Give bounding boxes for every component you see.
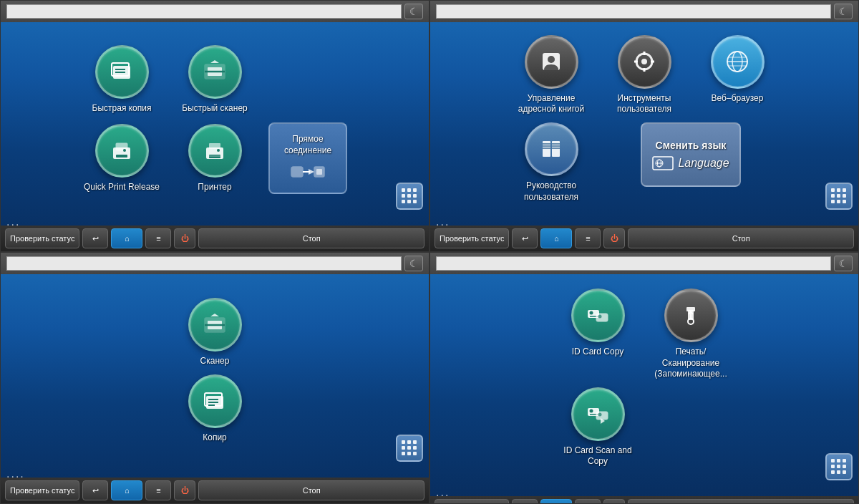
panel3-grid-dots-button[interactable] [396,435,423,462]
panel1-topbar-input[interactable]: Голубой [6,4,402,19]
panel2-home-button[interactable]: ⌂ [540,228,572,248]
copir-button[interactable]: Копир [172,374,258,444]
panel3-moon-button[interactable]: ☾ [404,256,423,271]
lang-icon [652,156,674,170]
panel2-check-status-button[interactable]: Проверить статус [435,228,509,248]
quick-print-button[interactable]: Quick Print Release [79,124,165,193]
scanner-icon [199,309,230,341]
panel2-power-button[interactable]: ⏻ [603,228,625,248]
panel1-topbar: Голубой ☾ [1,1,429,22]
panel1-home-button[interactable]: ⌂ [111,228,142,248]
panel2-grid-dots-button[interactable] [825,183,853,210]
panel3-topbar-input[interactable] [6,256,402,271]
panel3-power-button[interactable]: ⏻ [174,480,195,500]
panel1-check-status-button[interactable]: Проверить статус [5,228,79,248]
panel4-back-button[interactable]: ↩ [512,499,538,504]
panel2-back-button[interactable]: ↩ [512,228,538,248]
panel3-menu-button[interactable]: ≡ [145,480,171,500]
panel4-stop-button[interactable]: Стоп [628,499,854,504]
panel-3: ☾ Сканер [0,252,430,504]
back-icon-2: ↩ [522,234,528,243]
panel4-check-status-button[interactable]: Проверить статус [435,499,509,504]
grid-dots-icon [402,188,417,204]
svg-rect-10 [116,155,127,158]
moon-icon-2: ☾ [839,6,848,17]
panel4-grid-dots-button[interactable] [825,453,853,480]
svg-marker-7 [210,60,219,63]
quick-copy-icon-circle [95,45,149,99]
change-lang-sub-label: Language [678,156,729,171]
user-tools-button[interactable]: Инструменты пользователя [601,35,687,115]
panel2-topbar-input[interactable]: Тонер-картридж почти пуст. [436,4,831,19]
print-scan-icon-circle [664,289,718,342]
scanner-label: Сканер [200,356,230,367]
panel2-menu-button[interactable]: ≡ [575,228,601,248]
id-card-scan-copy-button[interactable]: ID Card Scan and Copy [555,387,641,467]
user-manual-button[interactable]: Руководство пользователя [508,122,594,203]
panel2-icons-area: Управление адресной книгой Инструменты п… [430,22,858,215]
address-book-icon [535,46,567,77]
power-icon-2: ⏻ [611,234,618,243]
panel4-topbar: ☾ [430,253,858,274]
change-lang-button[interactable]: Сменить язык Language [641,122,741,187]
svg-point-68 [590,410,593,413]
panel4-home-button[interactable]: ⌂ [540,499,572,504]
quick-scanner-label: Быстрый сканер [182,103,248,115]
printer-label: Принтер [198,182,231,193]
printer-button[interactable]: Принтер [172,124,258,193]
print-scan-label: Печать/Сканирование (Запоминающее... [648,346,734,380]
id-card-copy-label: ID Card Copy [572,346,624,358]
panel4-icons-grid: ID Card Copy Печать/Сканирование (Запоми… [555,281,734,479]
svg-point-57 [590,311,593,314]
panel1-moon-button[interactable]: ☾ [404,4,423,19]
web-browser-button[interactable]: Веб–браузер [694,35,780,105]
quick-scanner-button[interactable]: Быстрый сканер [172,45,258,115]
panel3-back-button[interactable]: ↩ [82,480,108,500]
quick-print-label: Quick Print Release [84,182,160,193]
quick-copy-button[interactable]: Быстрая копия [79,45,165,115]
panel3-home-button[interactable]: ⌂ [111,480,142,500]
printer-icon-circle [188,124,242,178]
panel-1: Голубой ☾ Быстрая копия [0,0,430,252]
id-card-copy-icon-circle [571,289,625,342]
svg-point-25 [641,59,647,64]
panel2-stop-button[interactable]: Стоп [628,228,854,248]
copir-label: Копир [203,432,227,444]
panel3-stop-button[interactable]: Стоп [198,480,424,500]
svg-rect-9 [116,143,127,150]
svg-rect-14 [209,155,220,158]
id-card-scan-copy-icon-circle [571,387,625,441]
address-book-button[interactable]: Управление адресной книгой [508,35,594,115]
svg-point-15 [217,149,220,152]
scanner-icon-circle [188,298,242,352]
svg-rect-21 [316,169,322,175]
print-scan-button[interactable]: Печать/Сканирование (Запоминающее... [648,289,734,380]
panel4-menu-button[interactable]: ≡ [575,499,601,504]
user-tools-label: Инструменты пользователя [601,93,687,115]
address-book-label: Управление адресной книгой [508,93,594,115]
id-card-copy-button[interactable]: ID Card Copy [555,289,641,358]
panel4-topbar-input[interactable] [436,256,831,271]
id-card-scan-copy-label: ID Card Scan and Copy [555,445,641,467]
panel3-icons-area: Сканер Копир [1,274,429,467]
power-icon-3: ⏻ [181,486,189,495]
panel4-dots-bottom: ... [430,486,858,496]
panel3-check-status-button[interactable]: Проверить статус [5,480,79,500]
panel1-power-button[interactable]: ⏻ [174,228,195,248]
panel1-menu-button[interactable]: ≡ [145,228,171,248]
panel3-bottom-bar: Проверить статус ↩ ⌂ ≡ ⏻ Стоп [1,478,429,503]
id-card-copy-icon [582,300,613,331]
panel4-moon-button[interactable]: ☾ [834,256,853,271]
panel4-power-button[interactable]: ⏻ [603,499,625,504]
panel1-stop-button[interactable]: Стоп [198,228,424,248]
svg-rect-70 [596,412,608,420]
panel3-dots-bottom: .... [1,467,429,478]
quick-copy-icon [106,56,137,87]
panel1-grid-dots-button[interactable] [396,183,423,210]
quick-scanner-icon [199,56,230,87]
panel2-moon-button[interactable]: ☾ [834,4,853,19]
scanner-button[interactable]: Сканер [172,298,258,367]
panel1-back-button[interactable]: ↩ [82,228,108,248]
direct-connect-button[interactable]: Прямое соединение [268,122,347,194]
user-manual-icon-circle [525,122,578,176]
